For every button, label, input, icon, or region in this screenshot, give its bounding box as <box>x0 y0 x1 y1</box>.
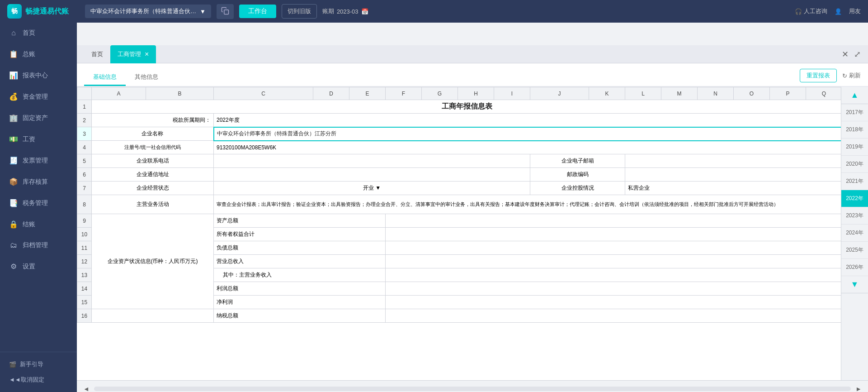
cell-9-AB[interactable]: 企业资产状况信息(币种：人民币万元) <box>92 214 214 309</box>
sidebar-item-home[interactable]: ⌂ 首页 <box>0 23 77 43</box>
expand-tab-icon[interactable]: ⤢ <box>854 49 861 59</box>
new-user-button[interactable]: 🎬 新手引导 <box>9 357 68 372</box>
col-header-F[interactable]: F <box>386 87 422 100</box>
cell-6-AB[interactable]: 企业通信地址 <box>92 168 214 182</box>
scroll-left-button[interactable]: ◄ <box>80 384 92 392</box>
subtab-other[interactable]: 其他信息 <box>126 69 167 86</box>
cell-2-AB[interactable]: 税款所属期间： <box>92 114 214 127</box>
sidebar-item-payroll[interactable]: 💵 工资 <box>0 129 77 150</box>
col-header-J[interactable]: J <box>530 87 589 100</box>
cell-5-C[interactable] <box>214 154 530 168</box>
col-header-B[interactable]: B <box>146 87 214 100</box>
year-item-2017[interactable]: 2017年 <box>841 104 868 121</box>
cell-10-C[interactable]: 所有者权益合计 <box>214 228 386 241</box>
cell-4-AB[interactable]: 注册号/统一社会信用代码 <box>92 141 214 154</box>
tab-business[interactable]: 工商管理 × <box>110 45 156 63</box>
reset-report-button[interactable]: 重置报表 <box>800 69 837 82</box>
sidebar-item-inventory[interactable]: 📦 库存核算 <box>0 171 77 192</box>
cell-5-L[interactable] <box>625 154 841 168</box>
cell-3-C[interactable]: 中审众环会计师事务所（特殊普通合伙）江苏分所 <box>214 127 841 141</box>
year-item-2023[interactable]: 2023年 <box>841 207 868 225</box>
cell-8-AB[interactable]: 主营业务活动 <box>92 195 214 214</box>
cell-6-J[interactable]: 邮政编码 <box>530 168 625 182</box>
cell-11-C[interactable]: 负债总额 <box>214 241 386 255</box>
sidebar-item-close[interactable]: 🔒 结账 <box>0 214 77 235</box>
year-item-2022[interactable]: 2022年 <box>841 190 868 207</box>
col-header-C[interactable]: C <box>214 87 313 100</box>
col-header-O[interactable]: O <box>734 87 770 100</box>
old-version-button[interactable]: 切到旧版 <box>282 4 317 19</box>
col-header-H[interactable]: H <box>458 87 494 100</box>
cell-10-F[interactable] <box>386 228 841 241</box>
sidebar-item-invoice[interactable]: 🧾 发票管理 <box>0 150 77 171</box>
scroll-right-button[interactable]: ► <box>853 384 864 392</box>
cell-6-C[interactable] <box>214 168 530 182</box>
cell-16-F[interactable] <box>386 309 841 323</box>
col-header-Q[interactable]: Q <box>806 87 841 100</box>
sidebar-item-ledger[interactable]: 📋 总账 <box>0 43 77 65</box>
sidebar-item-asset[interactable]: 🏢 固定资产 <box>0 107 77 129</box>
unpin-button[interactable]: ◄◄取消固定 <box>9 372 68 387</box>
tab-home[interactable]: 首页 <box>84 45 110 63</box>
col-header-L[interactable]: L <box>625 87 661 100</box>
col-header-E[interactable]: E <box>349 87 386 100</box>
year-item-2020[interactable]: 2020年 <box>841 156 868 173</box>
company-selector[interactable]: 中审众环会计师事务所（特殊普通合伙… ▼ <box>85 5 211 18</box>
cell-6-L[interactable] <box>625 168 841 182</box>
sidebar-item-archive[interactable]: 🗂 归档管理 <box>0 235 77 256</box>
cell-5-AB[interactable]: 企业联系电话 <box>92 154 214 168</box>
year-item-2025[interactable]: 2025年 <box>841 242 868 259</box>
h-scrollbar-track[interactable] <box>94 387 851 391</box>
col-header-N[interactable]: N <box>698 87 734 100</box>
close-tab-icon[interactable]: ✕ <box>842 49 849 59</box>
year-item-2021[interactable]: 2021年 <box>841 173 868 190</box>
cell-12-C[interactable]: 营业总收入 <box>214 255 386 268</box>
cell-5-J[interactable]: 企业电子邮箱 <box>530 154 625 168</box>
col-header-A[interactable]: A <box>92 87 146 100</box>
sheet-title-cell[interactable]: 工商年报信息表 <box>92 100 841 114</box>
cell-7-L[interactable]: 私营企业 <box>625 182 841 195</box>
cell-9-C[interactable]: 资产总额 <box>214 214 386 228</box>
cell-13-F[interactable] <box>386 268 841 282</box>
year-item-2018[interactable]: 2018年 <box>841 121 868 139</box>
spreadsheet-wrapper[interactable]: A B C D E F G H I J K L M <box>77 87 841 380</box>
cell-11-F[interactable] <box>386 241 841 255</box>
cell-3-AB[interactable]: 企业名称 <box>92 127 214 141</box>
col-header-D[interactable]: D <box>313 87 349 100</box>
sidebar-item-report[interactable]: 📊 报表中心 <box>0 65 77 86</box>
cell-8-C[interactable]: 审查企业会计报表；出具审计报告；验证企业资本；出具验资报告；办理企业合开、分立、… <box>214 195 841 214</box>
sidebar-item-settings[interactable]: ⚙ 设置 <box>0 256 77 277</box>
cell-4-C[interactable]: 91320100MA208E5W6K <box>214 141 841 154</box>
cell-7-AB[interactable]: 企业经营状态 <box>92 182 214 195</box>
cell-7-C[interactable]: 开业 ▼ <box>214 182 530 195</box>
cell-15-C[interactable]: 净利润 <box>214 296 386 309</box>
cell-15-F[interactable] <box>386 296 841 309</box>
year-up-button[interactable]: ▲ <box>841 87 868 104</box>
year-item-2024[interactable]: 2024年 <box>841 225 868 242</box>
cell-7-J[interactable]: 企业控股情况 <box>530 182 625 195</box>
cell-16-AB[interactable] <box>92 309 214 323</box>
cell-16-C[interactable]: 纳税总额 <box>214 309 386 323</box>
refresh-button[interactable]: ↻ 刷新 <box>842 72 861 80</box>
copy-button[interactable] <box>217 4 234 19</box>
year-item-2019[interactable]: 2019年 <box>841 139 868 156</box>
calendar-icon[interactable]: 📅 <box>361 8 368 15</box>
support-button[interactable]: 🎧 人工咨询 <box>795 7 827 15</box>
col-header-P[interactable]: P <box>770 87 806 100</box>
cell-13-C[interactable]: 其中：主营业务收入 <box>214 268 386 282</box>
year-down-button[interactable]: ▼ <box>841 276 868 293</box>
subtab-basic[interactable]: 基础信息 <box>84 69 126 86</box>
cell-14-F[interactable] <box>386 282 841 296</box>
col-header-G[interactable]: G <box>422 87 458 100</box>
tab-close-button[interactable]: × <box>145 51 149 58</box>
workbench-button[interactable]: 工作台 <box>239 5 276 18</box>
cell-2-C[interactable]: 2022年度 <box>214 114 841 127</box>
year-item-2026[interactable]: 2026年 <box>841 259 868 276</box>
col-header-M[interactable]: M <box>661 87 698 100</box>
col-header-K[interactable]: K <box>589 87 625 100</box>
cell-12-F[interactable] <box>386 255 841 268</box>
sidebar-item-finance[interactable]: 💰 资金管理 <box>0 86 77 107</box>
sidebar-item-tax[interactable]: 📑 税务管理 <box>0 192 77 214</box>
cell-14-C[interactable]: 利润总额 <box>214 282 386 296</box>
col-header-I[interactable]: I <box>494 87 530 100</box>
